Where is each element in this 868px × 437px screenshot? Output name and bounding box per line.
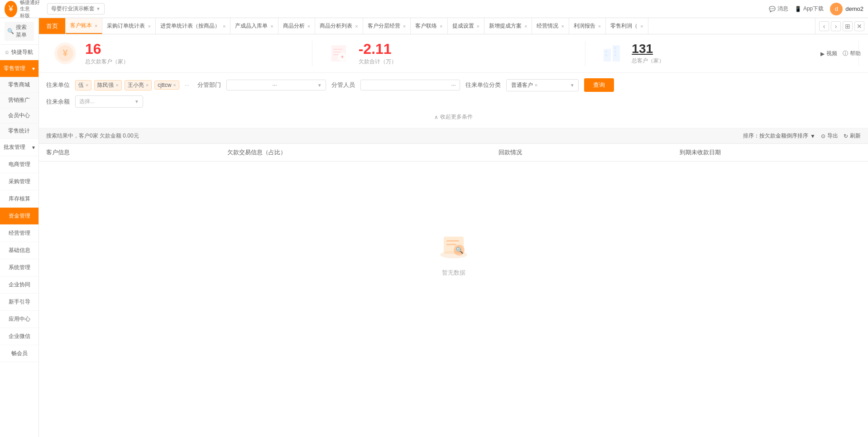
- chevron-down-icon: ▼: [96, 6, 101, 11]
- tab-finished-product-warehouse[interactable]: 产成品入库单 ×: [230, 18, 278, 34]
- close-tab-icon[interactable]: ×: [477, 24, 480, 29]
- nav-expand-button[interactable]: ⊞: [843, 21, 853, 31]
- tab-purchase-stats-by-product[interactable]: 进货单统计表（按商品） ×: [156, 18, 230, 34]
- close-tab-icon[interactable]: ×: [148, 24, 150, 29]
- close-tab-icon[interactable]: ×: [440, 24, 442, 29]
- results-actions: 排序：按欠款金额倒序排序 ▼ ⊙ 导出 ↻ 刷新: [743, 132, 861, 140]
- sidebar-item-inventory[interactable]: 库存核算: [0, 190, 38, 208]
- sidebar-item-member-center[interactable]: 会员中心: [0, 108, 38, 124]
- tab-purchase-order-stats[interactable]: 采购订单统计表 ×: [102, 18, 155, 34]
- sidebar-item-newuser[interactable]: 新手引导: [0, 294, 38, 311]
- sidebar-item-enterprise[interactable]: 企业协同: [0, 276, 38, 294]
- search-menu-button[interactable]: 🔍 搜索菜单: [5, 22, 34, 41]
- tab-add-commission[interactable]: 新增提成方案 ×: [484, 18, 532, 34]
- query-button[interactable]: 查询: [584, 78, 614, 92]
- collapse-filter-button[interactable]: ∧ 收起更多条件: [432, 111, 475, 123]
- help-button[interactable]: ⓘ 帮助: [843, 50, 861, 57]
- sidebar-item-appcenter[interactable]: 应用中心: [0, 311, 38, 328]
- nav-tabs-actions: ‹ › ⊞ ✕: [815, 18, 868, 34]
- nav-close-all-button[interactable]: ✕: [854, 21, 864, 31]
- sidebar-item-member[interactable]: 畅会员: [0, 345, 38, 362]
- close-tab-icon[interactable]: ×: [223, 24, 225, 29]
- tab-customer-tier[interactable]: 客户分层经营 ×: [363, 18, 411, 34]
- messages-button[interactable]: 💬 消息: [769, 5, 788, 13]
- stat-info-customers: 16 总欠款客户（家）: [85, 42, 129, 66]
- close-tab-icon[interactable]: ×: [524, 24, 527, 29]
- sidebar-item-marketing[interactable]: 营销推广: [0, 93, 38, 108]
- filter-tags-more[interactable]: ···: [182, 81, 192, 89]
- sidebar-item-system[interactable]: 系统管理: [0, 259, 38, 276]
- filter-tag-wangxl[interactable]: 王小亮 ×: [125, 80, 152, 90]
- tab-commission-settings[interactable]: 提成设置 ×: [448, 18, 484, 34]
- stat-value-total: 131: [632, 43, 664, 55]
- chevron-icon: ▼: [570, 83, 575, 88]
- stat-label-total: 总客户（家）: [632, 57, 664, 65]
- person-selector[interactable]: ···: [360, 80, 460, 90]
- data-table: 客户信息 欠款交易信息（占比） 回款情况 到期未收款日期 🔍 暂无数据: [39, 144, 868, 437]
- dept-selector[interactable]: ··· ▼: [226, 80, 326, 90]
- close-tab-icon[interactable]: ×: [561, 24, 564, 29]
- stat-block-customers: ¥ 16 总欠款客户（家）: [48, 41, 312, 66]
- close-tab-icon[interactable]: ×: [270, 24, 273, 29]
- chevron-icon: ▼: [317, 83, 322, 88]
- tab-customer-contact[interactable]: 客户联络 ×: [411, 18, 447, 34]
- close-tab-icon[interactable]: ×: [640, 24, 643, 29]
- close-tab-icon[interactable]: ×: [403, 24, 406, 29]
- tab-product-analysis-list[interactable]: 商品分析列表 ×: [315, 18, 363, 34]
- logo-icon: ¥: [5, 1, 17, 17]
- close-tab-icon[interactable]: ×: [598, 24, 601, 29]
- sidebar-item-retail-stats[interactable]: 零售统计: [0, 124, 38, 139]
- svg-text:🔍: 🔍: [455, 247, 463, 254]
- refresh-button[interactable]: ↻ 刷新: [844, 132, 861, 140]
- tab-home[interactable]: 首页: [39, 18, 66, 34]
- results-bar: 搜索结果中，客户0家 欠款金额 0.00元 排序：按欠款金额倒序排序 ▼ ⊙ 导…: [39, 128, 868, 144]
- remove-tag-cjttcw-icon[interactable]: ×: [173, 82, 176, 88]
- nav-next-button[interactable]: ›: [831, 21, 841, 31]
- sidebar-item-retail-mall[interactable]: 零售商城: [0, 77, 38, 93]
- sidebar-item-wechat[interactable]: 企业微信: [0, 328, 38, 345]
- arrow-icon: ▾: [32, 144, 35, 151]
- tab-retail-profit[interactable]: 零售利润（ ×: [606, 18, 648, 34]
- svg-text:¥: ¥: [62, 48, 68, 58]
- close-tab-icon[interactable]: ×: [307, 24, 310, 29]
- filter-tag-normal-customer: 普通客户 ×: [510, 81, 538, 89]
- sidebar-item-basics[interactable]: 基础信息: [0, 242, 38, 259]
- close-tab-icon[interactable]: ×: [95, 23, 97, 28]
- filter-tag-cjttcw[interactable]: cjttcw ×: [154, 81, 179, 90]
- sidebar-quick-nav[interactable]: ☆ 快捷导航: [0, 45, 38, 60]
- remove-tag-wangxl-icon[interactable]: ×: [146, 82, 149, 88]
- export-button[interactable]: ⊙ 导出: [821, 132, 838, 140]
- sidebar-item-operations[interactable]: 经营管理: [0, 225, 38, 242]
- industry-selector[interactable]: 母婴行业演示帐套 ▼: [47, 3, 105, 14]
- sort-button[interactable]: 排序：按欠款金额倒序排序 ▼: [743, 132, 815, 140]
- sidebar-item-retail[interactable]: 零售管理 ▾: [0, 60, 38, 77]
- user-avatar-area[interactable]: d demo2: [830, 3, 863, 15]
- balance-selector[interactable]: 选择... ▼: [75, 95, 143, 108]
- sidebar-item-wholesale[interactable]: 批发管理 ▾: [0, 139, 38, 156]
- app-download-button[interactable]: 📱 App下载: [795, 5, 824, 13]
- filter-tag-chenmq[interactable]: 陈民强 ×: [94, 80, 121, 90]
- sidebar-item-purchase[interactable]: 采购管理: [0, 173, 38, 190]
- logo-text: 畅捷通好生意 标版: [20, 0, 43, 19]
- remove-normal-customer-icon[interactable]: ×: [535, 82, 537, 88]
- tab-business-status[interactable]: 经营情况 ×: [532, 18, 569, 34]
- close-tab-icon[interactable]: ×: [355, 24, 358, 29]
- remove-tag-chenmq-icon[interactable]: ×: [115, 82, 118, 88]
- tab-customer-ledger[interactable]: 客户账本 ×: [66, 18, 102, 34]
- filter-tag-wu[interactable]: 伍 ×: [75, 80, 91, 90]
- filter-label-balance: 往来余额: [46, 98, 70, 106]
- sidebar-item-ecommerce[interactable]: 电商管理: [0, 156, 38, 173]
- message-icon: 💬: [769, 6, 776, 12]
- unit-type-selector[interactable]: 普通客户 × ▼: [506, 79, 579, 91]
- export-icon: ⊙: [821, 133, 825, 139]
- remove-tag-wu-icon[interactable]: ×: [86, 82, 88, 88]
- svg-rect-5: [333, 52, 340, 52]
- video-button[interactable]: ▶ 视频: [820, 50, 837, 57]
- tab-profit-report[interactable]: 利润报告 ×: [569, 18, 606, 34]
- sidebar-item-finance[interactable]: 资金管理: [0, 208, 38, 225]
- tab-product-analysis[interactable]: 商品分析 ×: [278, 18, 315, 34]
- svg-rect-4: [333, 49, 342, 50]
- search-icon: 🔍: [7, 28, 14, 34]
- nav-prev-button[interactable]: ‹: [819, 21, 829, 31]
- col-header-debt-info: 欠款交易信息（占比）: [227, 148, 499, 157]
